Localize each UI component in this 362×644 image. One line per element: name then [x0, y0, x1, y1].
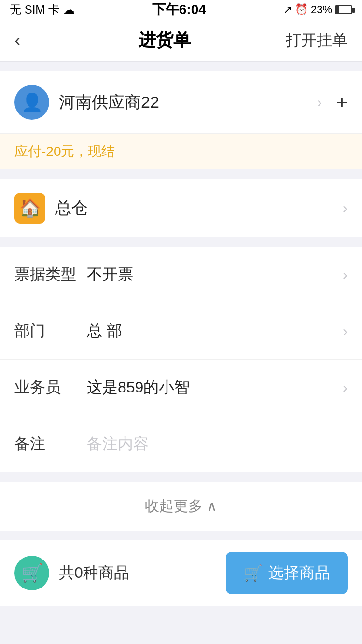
location-icon: ↗ — [283, 3, 292, 16]
nav-bar: ‹ 进货单 打开挂单 — [0, 19, 362, 62]
add-supplier-button[interactable]: + — [336, 92, 348, 113]
home-icon: 🏠 — [19, 198, 41, 218]
product-icon: 🛒 — [14, 556, 49, 590]
department-label: 部门 — [14, 321, 82, 342]
invoice-type-row[interactable]: 票据类型 不开票 › — [0, 247, 362, 303]
page-title: 进货单 — [139, 28, 191, 52]
select-product-label: 选择商品 — [268, 562, 330, 584]
status-bar: 无 SIM 卡 ☁ 下午6:04 ↗ ⏰ 23% — [0, 0, 362, 19]
remarks-placeholder: 备注内容 — [82, 434, 348, 455]
warehouse-icon: 🏠 — [14, 193, 45, 224]
invoice-type-label: 票据类型 — [14, 264, 82, 285]
collapse-icon: ∧ — [207, 498, 217, 515]
salesperson-value: 这是859的小智 — [82, 377, 343, 398]
form-section: 票据类型 不开票 › 部门 总 部 › 业务员 这是859的小智 › 备注 备注… — [0, 247, 362, 472]
department-row[interactable]: 部门 总 部 › — [0, 303, 362, 360]
person-icon: 👤 — [21, 92, 43, 112]
notice-text: 应付-20元，现结 — [14, 144, 115, 159]
supplier-row[interactable]: 👤 河南供应商22 › + — [0, 71, 362, 133]
collapse-row[interactable]: 收起更多 ∧ — [0, 482, 362, 531]
collapse-label: 收起更多 — [145, 496, 203, 516]
remarks-row[interactable]: 备注 备注内容 — [0, 416, 362, 472]
section-gap-1 — [0, 62, 362, 71]
salesperson-row[interactable]: 业务员 这是859的小智 › — [0, 360, 362, 416]
salesperson-label: 业务员 — [14, 377, 82, 398]
status-right: ↗ ⏰ 23% — [283, 3, 352, 16]
product-count: 共0种商品 — [59, 562, 226, 584]
back-button[interactable]: ‹ — [14, 30, 43, 51]
status-time: 下午6:04 — [152, 0, 206, 19]
select-product-icon: 🛒 — [243, 564, 263, 582]
bottom-bar: 🛒 共0种商品 🛒 选择商品 — [0, 540, 362, 606]
supplier-chevron-icon: › — [317, 94, 322, 111]
supplier-avatar: 👤 — [14, 85, 49, 120]
sim-label: 无 SIM 卡 ☁ — [10, 2, 75, 17]
salesperson-chevron-icon: › — [343, 379, 348, 396]
supplier-section: 👤 河南供应商22 › + 应付-20元，现结 — [0, 71, 362, 169]
content-background — [0, 606, 362, 644]
warehouse-chevron-icon: › — [343, 200, 348, 216]
select-product-button[interactable]: 🛒 选择商品 — [226, 552, 348, 594]
warehouse-label: 总仓 — [55, 197, 343, 219]
notice-bar: 应付-20元，现结 — [0, 133, 362, 169]
battery-label: 23% — [311, 3, 332, 16]
open-pending-button[interactable]: 打开挂单 — [286, 30, 348, 51]
remarks-label: 备注 — [14, 434, 82, 455]
status-left: 无 SIM 卡 ☁ — [10, 2, 75, 17]
supplier-name: 河南供应商22 — [59, 91, 317, 113]
invoice-type-chevron-icon: › — [343, 266, 348, 283]
battery-icon — [335, 5, 352, 14]
warehouse-row[interactable]: 🏠 总仓 › — [0, 179, 362, 237]
cart-icon: 🛒 — [21, 563, 43, 583]
department-value: 总 部 — [82, 321, 343, 342]
department-chevron-icon: › — [343, 323, 348, 339]
invoice-type-value: 不开票 — [82, 264, 343, 285]
alarm-icon: ⏰ — [295, 3, 308, 16]
